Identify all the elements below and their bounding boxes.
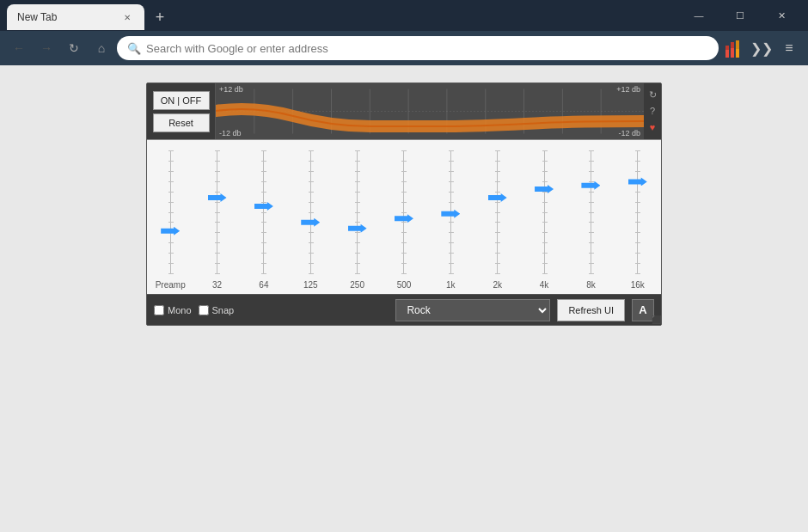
svg-rect-3 [725, 46, 729, 50]
mono-label[interactable]: Mono [168, 305, 192, 315]
mono-checkbox[interactable] [154, 305, 164, 315]
extensions-button[interactable]: ❯❯ [750, 36, 774, 60]
on-off-button[interactable]: ON | OFF [153, 91, 210, 110]
fader-label: 125 [303, 277, 318, 294]
fader-label: Preamp [156, 277, 186, 294]
fader-label: 16k [631, 277, 645, 294]
eq-wrapper: ON | OFF Reset +12 db -12 db +12 db -12 … [146, 83, 662, 326]
back-button[interactable]: ← [7, 36, 31, 60]
fader-label: 32 [212, 277, 222, 294]
eq-top-section: ON | OFF Reset +12 db -12 db +12 db -12 … [147, 83, 661, 139]
browser-tab[interactable]: New Tab ✕ [7, 4, 144, 30]
eq-faders-section: Preamp32641252505001k2k4k8k16k [147, 139, 661, 294]
curve-grid-svg [216, 83, 644, 139]
fader-column: 500 [381, 147, 427, 294]
fader-handle[interactable] [488, 193, 507, 202]
fader-handle[interactable] [441, 210, 460, 218]
window-controls: — ☐ ✕ [679, 3, 801, 28]
fader-label: 500 [397, 277, 412, 294]
fader-handle[interactable] [628, 177, 647, 186]
preset-select[interactable]: RockPopJazzClassicalBass BoostTreble Boo… [395, 299, 550, 321]
page-content: ON | OFF Reset +12 db -12 db +12 db -12 … [0, 65, 808, 532]
fader-handle[interactable] [301, 218, 320, 227]
fader-label: 250 [350, 277, 364, 294]
svg-rect-5 [736, 40, 739, 49]
eq-bottom-controls: Mono Snap RockPopJazzClassicalBass Boost… [147, 294, 661, 325]
fader-handle[interactable] [208, 193, 227, 202]
fader-label: 2k [493, 277, 502, 294]
fader-column: 32 [193, 147, 240, 294]
eq-controls-left: ON | OFF Reset [147, 83, 216, 139]
refresh-nav-button[interactable]: ↻ [62, 36, 86, 60]
heart-icon[interactable]: ♥ [650, 123, 656, 132]
toolbar-right: ❯❯ ≡ [722, 36, 801, 60]
snap-checkbox-group: Snap [199, 305, 235, 315]
search-icon: 🔍 [127, 42, 141, 55]
eq-bars-icon [725, 39, 744, 58]
eq-extension-button[interactable] [722, 36, 746, 60]
loop-icon[interactable]: ↻ [649, 90, 657, 100]
fader-label: 64 [259, 277, 268, 294]
maximize-button[interactable]: ☐ [720, 3, 760, 28]
fader-label: 8k [586, 277, 596, 294]
forward-button[interactable]: → [34, 36, 58, 60]
fader-column: Preamp [147, 147, 193, 294]
svg-rect-4 [731, 42, 734, 48]
fader-column: 2k [474, 147, 521, 294]
snap-checkbox[interactable] [199, 305, 209, 315]
minimize-button[interactable]: — [679, 3, 719, 28]
fader-handle[interactable] [254, 202, 273, 211]
fader-column: 125 [287, 147, 334, 294]
eq-curve-line [216, 109, 644, 126]
browser-window: New Tab ✕ + — ☐ ✕ ← → ↻ ⌂ 🔍 [0, 0, 808, 532]
home-button[interactable]: ⌂ [89, 36, 113, 60]
fader-column: 64 [241, 147, 287, 294]
fader-column: 4k [521, 147, 567, 294]
fader-handle[interactable] [348, 224, 367, 233]
fader-column: 8k [567, 147, 614, 294]
mono-checkbox-group: Mono [154, 305, 192, 315]
fader-handle[interactable] [581, 181, 600, 190]
menu-button[interactable]: ≡ [777, 36, 801, 60]
fader-column: 16k [615, 147, 661, 294]
eq-curve-area: +12 db -12 db +12 db -12 db [216, 83, 644, 139]
refresh-ui-button[interactable]: Refresh UI [557, 299, 625, 321]
fader-column: 250 [334, 147, 380, 294]
eq-right-icons: ↻ ? ♥ [644, 83, 661, 139]
tab-close-button[interactable]: ✕ [120, 10, 134, 24]
fader-column: 1k [427, 147, 474, 294]
fader-handle[interactable] [161, 227, 180, 235]
fader-label: 1k [446, 277, 456, 294]
new-tab-button[interactable]: + [148, 5, 172, 29]
eq-widget: ON | OFF Reset +12 db -12 db +12 db -12 … [146, 83, 662, 326]
address-input[interactable] [146, 42, 708, 55]
nav-bar: ← → ↻ ⌂ 🔍 ❯❯ ≡ [0, 31, 808, 65]
fader-label: 4k [540, 277, 549, 294]
tab-title: New Tab [17, 11, 113, 23]
resize-handle[interactable]: ⬛ [652, 315, 660, 324]
title-bar: New Tab ✕ + — ☐ ✕ [0, 0, 808, 31]
snap-label[interactable]: Snap [212, 305, 235, 315]
reset-button[interactable]: Reset [153, 113, 210, 132]
address-bar[interactable]: 🔍 [117, 36, 719, 60]
close-button[interactable]: ✕ [762, 3, 801, 28]
help-icon[interactable]: ? [650, 107, 655, 116]
